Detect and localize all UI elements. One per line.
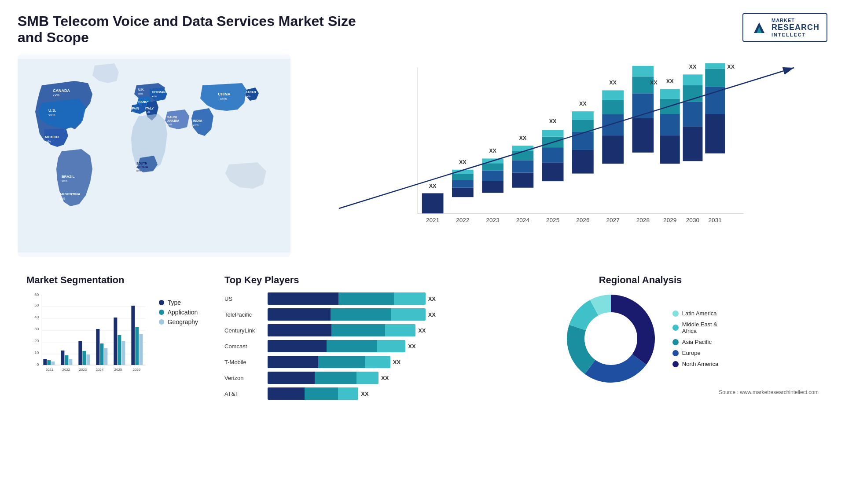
player-row: CenturyLinkXX [224,324,436,336]
logo-sub: INTELLECT [772,32,819,37]
svg-rect-130 [104,348,107,365]
svg-rect-61 [542,147,564,162]
svg-text:ARGENTINA: ARGENTINA [59,192,81,196]
player-bar-segment [327,340,377,352]
legend-asia-pacific: Asia Pacific [672,339,718,345]
svg-rect-39 [422,193,444,213]
mea-dot [672,325,679,331]
logo-top: MARKET [772,18,819,23]
svg-text:XX: XX [727,64,735,70]
legend-type-label: Type [168,299,181,306]
svg-text:XX: XX [519,135,526,141]
svg-rect-128 [96,329,99,365]
player-bar-segment [394,292,426,305]
svg-text:2026: 2026 [576,217,589,223]
player-value: XX [418,327,426,334]
svg-rect-99 [705,63,725,69]
svg-text:50: 50 [34,303,39,307]
svg-text:2023: 2023 [486,217,499,223]
svg-rect-48 [482,181,503,193]
player-value: XX [428,311,436,318]
svg-rect-121 [65,355,68,365]
svg-rect-96 [705,114,725,153]
svg-text:40: 40 [34,315,39,319]
legend-geography-dot [159,319,164,325]
svg-text:20: 20 [34,339,39,343]
svg-text:2022: 2022 [62,368,70,372]
svg-rect-67 [572,132,594,150]
top-section: CANADA xx% U.S. xx% MEXICO xx% BRAZIL xx… [18,55,827,257]
player-bar-segment [377,340,405,352]
svg-rect-84 [660,135,680,164]
player-name: TelePacific [224,311,264,318]
svg-rect-56 [512,151,534,160]
svg-rect-118 [51,362,55,365]
player-bar-wrap: XX [268,372,436,384]
legend-geography: Geography [159,318,198,325]
player-bar-segment [268,372,315,384]
player-bar-segment [268,356,318,368]
player-bar-wrap: XX [268,356,436,368]
player-value: XX [428,296,436,302]
svg-text:2024: 2024 [96,368,103,372]
legend-application-dot [159,310,164,315]
player-bar-bg [268,387,358,400]
player-value: XX [393,359,400,365]
legend-application-label: Application [168,309,198,316]
svg-rect-129 [100,343,103,365]
svg-text:60: 60 [34,292,39,297]
svg-rect-79 [632,93,654,118]
bar-chart: 2021 XX 2022 XX 2023 XX 2024 XX [299,55,827,257]
svg-rect-60 [542,162,564,181]
svg-rect-98 [705,69,725,87]
player-bar-wrap: XX [268,324,436,336]
svg-text:xx%: xx% [136,169,142,172]
svg-text:xx%: xx% [45,140,51,143]
segmentation-chart: 0 10 20 30 40 50 60 [26,290,150,378]
legend-mea: Middle East &Africa [672,321,718,334]
svg-text:30: 30 [34,327,39,331]
svg-text:AFRICA: AFRICA [136,165,148,168]
svg-rect-81 [632,66,654,77]
svg-text:xx%: xx% [167,123,173,126]
latin-america-label: Latin America [682,310,717,317]
donut-chart [562,290,659,387]
player-bar-bg [268,372,378,384]
svg-rect-120 [61,351,64,365]
player-bar-segment [356,372,378,384]
svg-rect-45 [452,170,474,174]
legend-geography-label: Geography [168,318,198,325]
segmentation-section: Market Segmentation 0 10 20 30 40 50 60 [18,270,207,428]
svg-text:2021: 2021 [426,217,439,223]
svg-rect-90 [683,127,703,161]
player-bar-segment [318,356,365,368]
player-row: VerizonXX [224,372,436,384]
svg-rect-50 [482,163,503,171]
legend-latin-america: Latin America [672,310,718,317]
svg-rect-51 [482,158,503,163]
svg-text:XX: XX [650,80,658,86]
donut-svg [562,290,659,387]
svg-text:XX: XX [489,148,496,154]
svg-text:2027: 2027 [606,217,619,223]
svg-rect-42 [452,188,474,197]
svg-text:2029: 2029 [663,217,676,223]
svg-text:XX: XX [666,78,674,84]
svg-rect-85 [660,114,680,135]
regional-section: Regional Analysis [453,270,827,428]
svg-rect-87 [660,89,680,99]
asia-pacific-dot [672,339,679,345]
player-bar-wrap: XX [268,387,436,400]
svg-text:xx%: xx% [145,111,151,113]
player-bar-segment [338,387,358,400]
svg-text:XX: XX [549,119,557,125]
player-bar-wrap: XX [268,292,436,305]
svg-rect-97 [705,87,725,114]
svg-text:2025: 2025 [546,217,560,223]
svg-text:0: 0 [37,362,39,367]
svg-text:2031: 2031 [708,217,721,223]
svg-rect-124 [78,341,82,365]
player-bar-bg [268,308,426,321]
svg-text:ITALY: ITALY [145,107,154,110]
svg-rect-49 [482,171,503,181]
